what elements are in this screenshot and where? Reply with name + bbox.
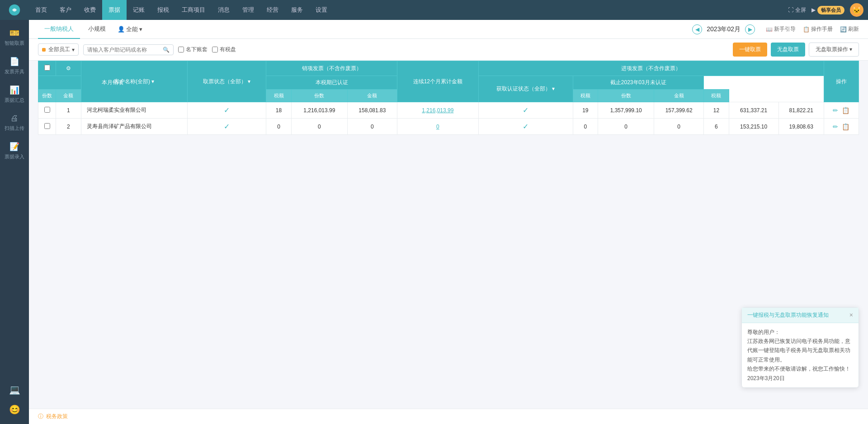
account-checkbox-label[interactable]: 名下账套 [178,46,208,53]
row-unrecog-amount: 153,215.10 [729,119,778,135]
row-no: 2 [56,119,81,135]
notification-panel: 一键报税与无盘取票功能恢复通知 × 尊敬的用户：江苏政务网已恢复访问电子税务局功… [741,307,859,388]
status-check-icon: ✓ [224,123,230,130]
tab-general[interactable]: 一般纳税人 [38,20,80,39]
edit-icon[interactable]: ✏ [833,123,838,130]
scan-icon: 🖨 [10,114,19,123]
nav-service[interactable]: 服务 [285,0,309,20]
nav-manage[interactable]: 管理 [236,0,260,20]
sidebar-bottom: 💻 😊 [2,380,27,419]
row-checkbox[interactable] [44,123,50,129]
edit-icon[interactable]: ✏ [833,107,838,114]
notification-header: 一键报税与无盘取票功能恢复通知 × [742,308,859,323]
notification-title: 一键报税与无盘取票功能恢复通知 [747,311,829,319]
nav-message[interactable]: 消息 [212,0,236,20]
sidebar-monitor-btn[interactable]: 💻 [2,380,27,400]
nav-fee[interactable]: 收费 [78,0,102,20]
sales-header: 销项发票（不含作废票） [266,61,397,76]
user-avatar[interactable]: 🐱 [850,3,863,17]
select-all-checkbox[interactable] [44,65,50,71]
row-checkbox-cell [38,119,56,135]
nav-settings[interactable]: 设置 [309,0,334,20]
row-checkbox[interactable] [44,107,50,113]
search-input[interactable] [87,47,163,53]
nav-home[interactable]: 首页 [29,0,53,20]
12month-link[interactable]: 0 [436,124,439,130]
detail-icon[interactable]: 📋 [842,107,849,114]
row-sales-tax: 0 [347,119,397,135]
sidebar-item-invoice-open[interactable]: 📄 发票开具 [2,53,27,79]
purchase-status-icon: ✓ [523,106,528,114]
nav-customer[interactable]: 客户 [53,0,78,20]
status-check-icon: ✓ [224,106,230,114]
sidebar-item-smart-ticket[interactable]: 🎫 智能取票 [2,24,27,50]
account-checkbox[interactable] [178,47,184,52]
tax-disk-checkbox[interactable] [212,47,218,52]
col-sales-tax: 税额 [266,90,292,102]
row-purchase-period-shares: 0 [573,119,598,135]
tax-policy-link[interactable]: 税务政策 [46,413,68,420]
sidebar-item-entry[interactable]: 📝 票据录入 [2,138,27,164]
row-purchase-period-amount: 0 [598,119,654,135]
nav-tax[interactable]: 报税 [151,0,175,20]
chevron-down-icon: ▾ [139,26,142,33]
row-purchase-period-tax: 0 [654,119,704,135]
row-sales-amount: 0 [291,119,347,135]
chevron-down-icon: ▾ [72,47,75,53]
table-row: 2 灵寿县尚泽矿产品有限公司 ✓ 0 0 0 0 ✓ 0 0 0 6 153,2… [38,119,859,135]
col-unrecog-shares: 份数 [598,90,654,102]
tab-bar: 一般纳税人 小规模 👤 全能 ▾ ◀ 2023年02月 ▶ 📖 新手引导 📋 [29,20,868,39]
notification-body: 尊敬的用户：江苏政务网已恢复访问电子税务局功能，意代账一键登陆电子税务局与无盘取… [742,323,859,387]
invoice-table: ⚙ 客户名称(全部) ▾ 取票状态（全部） ▾ 销项发票（不含作废票） 连续12… [38,61,859,135]
row-unrecog-shares: 12 [704,102,729,119]
sidebar-item-scan[interactable]: 🖨 扫描上传 [2,110,27,135]
nav-operation[interactable]: 经营 [260,0,285,20]
sidebar-item-summary[interactable]: 📊 票据汇总 [2,81,27,107]
tab-small[interactable]: 小规模 [82,20,112,39]
new-guide-btn[interactable]: 📖 新手引导 [766,25,796,33]
col-get-status-header: 获取认证状态（全部） ▾ [478,76,573,102]
fullscreen-btn[interactable]: ⛶ ⛶ 全屏 [788,6,806,14]
col-purchase-period-tax: 税额 [573,90,598,102]
settings-icon[interactable]: ⚙ [66,65,71,71]
detail-icon[interactable]: 📋 [842,123,849,130]
vip-icon: ▶ [811,7,816,13]
manual-btn[interactable]: 📋 操作手册 [803,25,833,33]
no-disk-btn[interactable]: 无盘取票 [771,43,805,57]
col-settings-header: ⚙ [56,61,81,76]
row-status: ✓ [187,102,266,119]
purchase-header: 进项发票（不含作废票） [478,61,824,76]
fullscreen-icon: ⛶ [788,7,793,13]
employee-filter[interactable]: 全部员工 ▾ [38,43,79,56]
row-sales-tax: 158,081.83 [347,102,397,119]
tab-all-dropdown[interactable]: 👤 全能 ▾ [114,20,146,39]
row-unrecog-tax: 19,808.63 [778,119,824,135]
row-sales-amount: 1,216,013.99 [291,102,347,119]
nav-accounting[interactable]: 记账 [127,0,151,20]
no-disk-ops-btn[interactable]: 无盘取票操作 ▾ [809,43,859,57]
refresh-btn[interactable]: 🔄 刷新 [840,25,859,33]
next-month-btn[interactable]: ▶ [745,24,755,34]
app-logo [5,0,24,20]
nav-invoice[interactable]: 票据 [102,0,127,20]
prev-month-btn[interactable]: ◀ [692,24,702,34]
nav-business[interactable]: 工商项目 [175,0,212,20]
sidebar: 🎫 智能取票 📄 发票开具 📊 票据汇总 🖨 扫描上传 📝 票据录入 💻 😊 [0,20,29,424]
row-unrecog-amount: 631,337.21 [729,102,778,119]
sales-month-header: 本月销项 [38,76,188,90]
one-key-btn[interactable]: 一键取票 [733,43,767,57]
vip-btn[interactable]: ▶ 畅享会员 [811,6,844,14]
notification-close-btn[interactable]: × [849,311,853,319]
sidebar-support-btn[interactable]: 😊 [2,400,27,419]
purchase-period-header: 本税期已认证 [266,76,397,90]
tax-disk-checkbox-label[interactable]: 有税盘 [212,46,236,53]
row-12month: 1,216,013.99 [397,102,478,119]
manual-icon: 📋 [803,26,810,33]
row-sales-shares: 18 [266,102,292,119]
12month-link[interactable]: 1,216,013.99 [422,107,453,114]
row-purchase-status: ✓ [478,119,573,135]
vip-badge: 畅享会员 [817,6,844,14]
row-sales-shares: 0 [266,119,292,135]
search-box[interactable]: 🔍 [83,44,174,55]
col-action-header: 操作 [824,61,859,102]
